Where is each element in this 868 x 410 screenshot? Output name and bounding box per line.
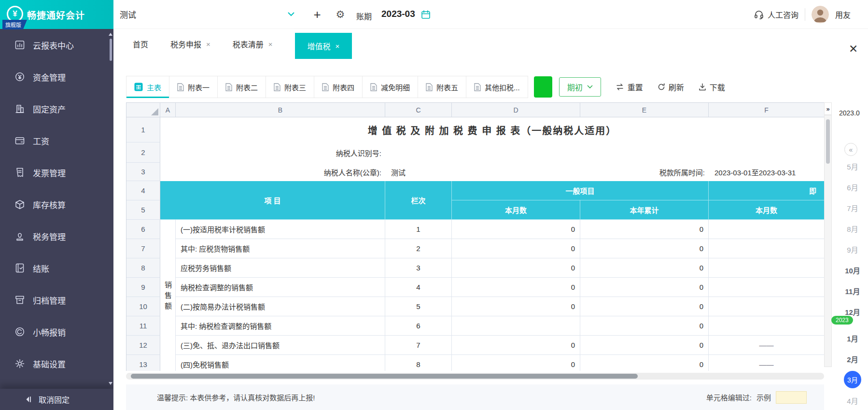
sidebar-item-inventory[interactable]: 库存核算: [0, 188, 113, 220]
taxpayer-id-value[interactable]: [385, 142, 824, 163]
column-header-f[interactable]: F: [709, 103, 824, 117]
cell-item[interactable]: (三)免、抵、退办法出口销售额: [176, 336, 385, 355]
cell-ytd[interactable]: 0: [580, 239, 709, 258]
sheet-tab-exemption-detail[interactable]: 减免明细: [363, 76, 418, 98]
cell-line-no[interactable]: 4: [385, 278, 452, 297]
column-header-c[interactable]: C: [385, 103, 452, 117]
sheet-tab-annex1[interactable]: 附表一: [169, 76, 218, 98]
row-header[interactable]: 1: [126, 117, 160, 142]
cell-item[interactable]: 纳税检查调整的销售额: [176, 278, 385, 297]
month-item-sep[interactable]: 9月: [837, 240, 868, 258]
month-item-mar-active[interactable]: 3月: [844, 371, 861, 388]
tab-tax-register[interactable]: 税表清册 ×: [233, 38, 273, 50]
cell-refund[interactable]: [709, 316, 824, 336]
vertical-scrollbar[interactable]: [824, 115, 832, 367]
sidebar-item-funds[interactable]: 资金管理: [0, 61, 113, 93]
sidebar-item-archive[interactable]: 归档管理: [0, 284, 113, 316]
add-account-button[interactable]: +: [310, 0, 324, 29]
month-item-may[interactable]: 5月: [837, 157, 868, 175]
cell-month[interactable]: 0: [452, 336, 580, 355]
cell-refund[interactable]: [709, 297, 824, 316]
reset-button[interactable]: 重置: [616, 81, 643, 93]
sidebar-item-closing[interactable]: 结账: [0, 252, 113, 284]
close-tab-icon[interactable]: ×: [268, 40, 273, 48]
sheet-tab-annex4[interactable]: 附表四: [314, 76, 363, 98]
cell-ytd[interactable]: 0: [580, 316, 709, 336]
scroll-down-arrow-icon[interactable]: [109, 382, 112, 385]
calendar-icon[interactable]: [421, 10, 431, 19]
sidebar-item-invoices[interactable]: 发票管理: [0, 156, 113, 188]
cell-line-no[interactable]: 8: [385, 355, 452, 371]
support-button[interactable]: 人工咨询: [754, 9, 798, 20]
horizontal-scroll-thumb[interactable]: [131, 374, 638, 379]
cell-refund[interactable]: [709, 258, 824, 278]
column-header-a[interactable]: A: [160, 103, 176, 117]
cell-refund[interactable]: [709, 239, 824, 258]
month-item-feb[interactable]: 2月: [837, 350, 868, 368]
row-header[interactable]: 9: [126, 278, 160, 297]
cell-item[interactable]: 应税劳务销售额: [176, 258, 385, 278]
sidebar-scroll-thumb[interactable]: [110, 39, 112, 61]
row-header[interactable]: 10: [126, 297, 160, 316]
select-all-corner[interactable]: [126, 103, 160, 117]
month-item-jun[interactable]: 6月: [837, 178, 868, 196]
cell-item[interactable]: 其中: 应税货物销售额: [176, 239, 385, 258]
cell-ytd[interactable]: 0: [580, 297, 709, 316]
cell-ytd[interactable]: 0: [580, 336, 709, 355]
collapse-panel-icon[interactable]: «: [844, 143, 857, 156]
taxpayer-name-value[interactable]: 测试: [385, 163, 580, 181]
row-header[interactable]: 13: [126, 355, 160, 371]
close-page-icon[interactable]: ✕: [849, 42, 858, 56]
month-item-nov[interactable]: 11月: [837, 282, 868, 299]
sheet-tab-annex3[interactable]: 附表三: [266, 76, 314, 98]
month-item-jan[interactable]: 1月: [837, 329, 868, 347]
cell-month[interactable]: 0: [452, 258, 580, 278]
sidebar-item-tax[interactable]: 税务管理: [0, 220, 113, 252]
cell-line-no[interactable]: 1: [385, 220, 452, 239]
tab-tax-filing[interactable]: 税务申报 ×: [170, 38, 210, 50]
cell-line-no[interactable]: 7: [385, 336, 452, 355]
sidebar-scrollbar[interactable]: [108, 30, 113, 388]
cell-item[interactable]: (四)免税销售额: [176, 355, 385, 371]
sidebar-item-fixed-assets[interactable]: 固定资产: [0, 93, 113, 125]
expand-panel-icon[interactable]: »: [824, 102, 832, 115]
cell-line-no[interactable]: 5: [385, 297, 452, 316]
sheet-tab-annex5[interactable]: 附表五: [418, 76, 466, 98]
cell-refund[interactable]: [709, 278, 824, 297]
cell-ytd[interactable]: 0: [580, 220, 709, 239]
tab-vat[interactable]: 增值税 ×: [295, 33, 352, 59]
month-item-oct[interactable]: 10月: [837, 261, 868, 279]
column-header-e[interactable]: E: [580, 103, 709, 117]
cell-month[interactable]: 0: [452, 239, 580, 258]
month-item-apr[interactable]: 4月: [837, 392, 868, 409]
cell-item[interactable]: (二)按简易办法计税销售额: [176, 297, 385, 316]
row-header[interactable]: 8: [126, 258, 160, 278]
horizontal-scrollbar[interactable]: [126, 373, 824, 380]
tab-home[interactable]: 首页: [133, 38, 148, 50]
cell-item[interactable]: (一)按适用税率计税销售额: [176, 220, 385, 239]
cell-refund[interactable]: ——: [709, 355, 824, 371]
column-header-b[interactable]: B: [176, 103, 385, 117]
sidebar-item-reimburse[interactable]: 小畅报销: [0, 316, 113, 348]
refresh-button[interactable]: 刷新: [658, 81, 684, 93]
cell-line-no[interactable]: 6: [385, 316, 452, 336]
cell-line-no[interactable]: 2: [385, 239, 452, 258]
cell-month[interactable]: 0: [452, 355, 580, 371]
sheet-tab-main[interactable]: 主表: [126, 76, 169, 98]
cell-month[interactable]: 0: [452, 220, 580, 239]
column-header-d[interactable]: D: [452, 103, 580, 117]
green-action-button[interactable]: [534, 76, 552, 98]
close-tab-icon[interactable]: ×: [336, 42, 340, 50]
cell-ytd[interactable]: 0: [580, 278, 709, 297]
row-header[interactable]: 11: [126, 316, 160, 336]
row-header[interactable]: 4: [126, 181, 160, 200]
close-tab-icon[interactable]: ×: [206, 40, 210, 48]
cell-refund[interactable]: ——: [709, 336, 824, 355]
month-item-jul[interactable]: 7月: [837, 199, 868, 216]
download-button[interactable]: 下载: [699, 81, 725, 93]
sidebar-item-cloud-reports[interactable]: 云报表中心: [0, 29, 113, 61]
cell-ytd[interactable]: 0: [580, 355, 709, 371]
cell-month[interactable]: 0: [452, 297, 580, 316]
account-select[interactable]: 测试: [120, 0, 294, 29]
sheet-tab-other-deduction[interactable]: 其他扣税...: [466, 76, 528, 98]
